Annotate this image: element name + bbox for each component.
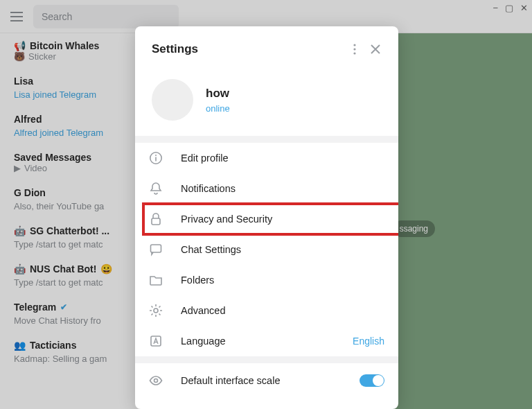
close-icon[interactable] (365, 39, 386, 60)
lock-icon (149, 212, 174, 226)
settings-label: Default interface scale (181, 375, 360, 386)
folder-icon (149, 273, 174, 287)
settings-label: Language (181, 336, 353, 347)
svg-point-10 (154, 379, 158, 383)
profile-status: online (206, 103, 230, 114)
bell-icon (149, 182, 174, 195)
settings-label: Privacy and Security (181, 214, 384, 225)
settings-row-lang[interactable]: LanguageEnglish (135, 326, 398, 356)
settings-row-scale[interactable]: Default interface scale (135, 363, 398, 398)
more-menu-icon[interactable] (344, 39, 365, 60)
settings-row-info[interactable]: Edit profile (135, 143, 398, 173)
settings-label: Edit profile (181, 153, 384, 164)
svg-point-1 (353, 48, 355, 50)
settings-modal: Settings how online Edit profileNotifica… (135, 26, 398, 409)
eye-icon (149, 376, 174, 385)
svg-point-8 (154, 308, 158, 313)
scale-toggle[interactable] (360, 374, 384, 387)
svg-point-0 (353, 44, 355, 46)
profile-name: how (206, 87, 230, 101)
chat-icon (149, 243, 174, 256)
gear-icon (149, 304, 174, 317)
settings-value: English (353, 336, 384, 347)
svg-point-2 (353, 52, 355, 54)
settings-row-folder[interactable]: Folders (135, 265, 398, 295)
settings-row-gear[interactable]: Advanced (135, 295, 398, 326)
lang-icon (149, 334, 174, 348)
modal-title: Settings (152, 42, 344, 56)
settings-label: Folders (181, 275, 384, 286)
settings-label: Notifications (181, 183, 384, 194)
settings-row-chat[interactable]: Chat Settings (135, 234, 398, 265)
info-icon (149, 151, 174, 165)
avatar (152, 79, 193, 121)
svg-rect-6 (152, 218, 160, 225)
svg-rect-5 (155, 157, 157, 162)
settings-label: Chat Settings (181, 244, 384, 255)
settings-row-lock[interactable]: Privacy and Security (135, 204, 398, 234)
settings-row-bell[interactable]: Notifications (135, 173, 398, 204)
divider (135, 136, 398, 143)
svg-point-4 (155, 155, 157, 156)
divider (135, 356, 398, 363)
svg-rect-7 (151, 245, 161, 252)
settings-label: Advanced (181, 305, 384, 316)
